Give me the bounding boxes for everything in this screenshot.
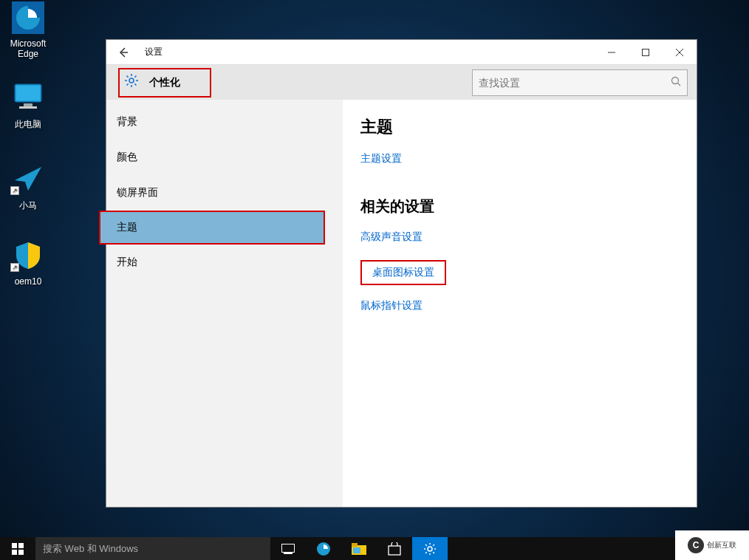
link-advanced-sound[interactable]: 高级声音设置 bbox=[360, 231, 423, 244]
section-heading-related: 相关的设置 bbox=[360, 197, 679, 216]
task-view-button[interactable] bbox=[270, 537, 306, 560]
desktop-icon-label2: Edge bbox=[18, 49, 38, 59]
content-area: 背景 颜色 锁屏界面 主题 开始 主题 主题设置 相关的设置 高级声音设置 桌面… bbox=[106, 100, 697, 507]
settings-window: 设置 个性化 背景 颜色 锁屏界面 主题 开始 主题 bbox=[106, 39, 697, 508]
taskbar-settings[interactable] bbox=[412, 537, 448, 560]
taskbar-store[interactable] bbox=[377, 537, 412, 560]
desktop-icon-label: Microsoft bbox=[10, 38, 47, 49]
taskbar-search[interactable]: 搜索 Web 和 Windows bbox=[35, 537, 270, 560]
desktop-icon-label: oem10 bbox=[15, 276, 42, 287]
svg-rect-23 bbox=[18, 543, 24, 548]
sidebar-item-label: 颜色 bbox=[117, 151, 137, 164]
header-bar: 个性化 bbox=[106, 64, 697, 100]
svg-line-19 bbox=[127, 83, 129, 85]
desktop-icon-oem10[interactable]: ↗ oem10 bbox=[0, 238, 56, 287]
svg-rect-4 bbox=[19, 106, 37, 109]
desktop-icon-this-pc[interactable]: 此电脑 bbox=[0, 80, 56, 131]
svg-rect-8 bbox=[643, 49, 649, 55]
svg-line-17 bbox=[134, 83, 136, 85]
close-icon bbox=[676, 49, 683, 56]
close-button[interactable] bbox=[663, 40, 697, 64]
watermark: C 创新互联 bbox=[675, 530, 749, 560]
minimize-button[interactable] bbox=[595, 40, 629, 64]
link-mouse-pointer[interactable]: 鼠标指针设置 bbox=[360, 299, 423, 313]
store-icon bbox=[388, 542, 401, 556]
svg-line-16 bbox=[127, 76, 129, 78]
desktop-icon-label: 此电脑 bbox=[15, 118, 41, 131]
task-view-icon bbox=[281, 544, 295, 554]
arrow-left-icon bbox=[117, 47, 129, 58]
svg-rect-31 bbox=[353, 547, 360, 553]
windows-icon bbox=[12, 543, 24, 555]
svg-line-21 bbox=[678, 83, 681, 86]
sidebar-item-lockscreen[interactable]: 锁屏界面 bbox=[106, 175, 343, 211]
svg-line-40 bbox=[433, 544, 434, 546]
svg-point-20 bbox=[672, 78, 679, 84]
sidebar-item-background[interactable]: 背景 bbox=[106, 104, 343, 140]
desktop-icon-edge[interactable]: Microsoft Edge bbox=[0, 0, 56, 59]
svg-point-11 bbox=[129, 78, 134, 83]
folder-icon bbox=[352, 543, 366, 555]
taskbar-explorer[interactable] bbox=[341, 537, 377, 560]
sidebar-item-themes[interactable]: 主题 bbox=[99, 211, 325, 245]
maximize-icon bbox=[642, 49, 649, 56]
svg-rect-30 bbox=[352, 543, 358, 547]
watermark-text: 创新互联 bbox=[707, 540, 736, 550]
search-box[interactable] bbox=[472, 69, 688, 96]
svg-line-39 bbox=[433, 552, 434, 553]
svg-rect-3 bbox=[24, 103, 33, 106]
section-heading-themes: 主题 bbox=[360, 116, 679, 138]
category-label: 个性化 bbox=[149, 76, 180, 89]
link-desktop-icon-settings[interactable]: 桌面图标设置 bbox=[360, 260, 446, 285]
link-theme-settings[interactable]: 主题设置 bbox=[360, 152, 402, 165]
minimize-icon bbox=[608, 49, 615, 56]
svg-line-41 bbox=[425, 552, 427, 553]
sidebar-item-label: 背景 bbox=[117, 115, 137, 129]
svg-rect-27 bbox=[284, 553, 293, 554]
taskbar-edge[interactable] bbox=[306, 537, 341, 560]
maximize-button[interactable] bbox=[629, 40, 663, 64]
sidebar: 背景 颜色 锁屏界面 主题 开始 bbox=[106, 100, 343, 507]
svg-line-38 bbox=[425, 544, 427, 546]
shortcut-arrow-icon: ↗ bbox=[10, 263, 19, 272]
sidebar-item-label: 锁屏界面 bbox=[117, 186, 158, 199]
window-title: 设置 bbox=[145, 46, 163, 58]
category-badge: 个性化 bbox=[118, 68, 211, 98]
pc-icon bbox=[10, 80, 46, 115]
svg-point-33 bbox=[428, 547, 432, 551]
edge-icon bbox=[316, 542, 331, 556]
svg-rect-24 bbox=[12, 550, 17, 555]
svg-rect-25 bbox=[18, 550, 24, 555]
watermark-logo-icon: C bbox=[688, 537, 704, 553]
taskbar: 搜索 Web 和 Windows bbox=[0, 537, 749, 560]
sidebar-item-start[interactable]: 开始 bbox=[106, 245, 343, 280]
svg-rect-32 bbox=[389, 546, 400, 555]
sidebar-item-label: 开始 bbox=[117, 256, 137, 269]
gear-icon bbox=[423, 542, 437, 556]
titlebar: 设置 bbox=[106, 40, 697, 64]
sidebar-item-label: 主题 bbox=[117, 221, 137, 234]
search-icon bbox=[671, 76, 681, 89]
desktop-icon-xiaoma[interactable]: ↗ 小马 bbox=[0, 161, 56, 212]
sidebar-item-colors[interactable]: 颜色 bbox=[106, 140, 343, 175]
search-input[interactable] bbox=[479, 77, 671, 89]
taskbar-search-placeholder: 搜索 Web 和 Windows bbox=[43, 542, 138, 556]
svg-rect-22 bbox=[12, 543, 17, 548]
gear-icon bbox=[124, 73, 139, 92]
start-button[interactable] bbox=[0, 537, 35, 560]
svg-rect-26 bbox=[282, 544, 295, 552]
desktop-icon-label: 小马 bbox=[19, 199, 37, 212]
shortcut-arrow-icon: ↗ bbox=[10, 186, 19, 195]
svg-line-18 bbox=[134, 76, 136, 78]
back-button[interactable] bbox=[106, 40, 140, 64]
main-content: 主题 主题设置 相关的设置 高级声音设置 桌面图标设置 鼠标指针设置 bbox=[343, 100, 697, 507]
edge-icon bbox=[10, 0, 46, 35]
svg-rect-2 bbox=[16, 86, 40, 100]
